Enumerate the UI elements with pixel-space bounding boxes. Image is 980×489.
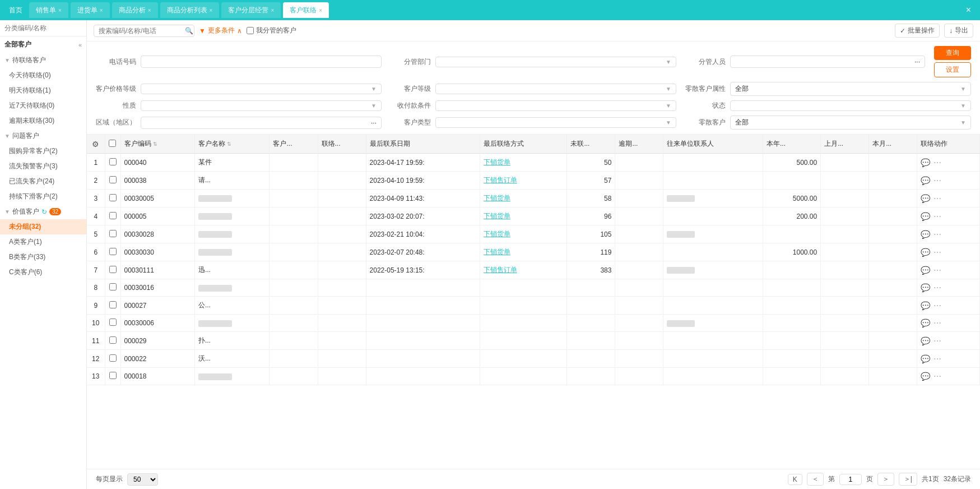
row-checkbox[interactable] <box>109 248 117 255</box>
last-page-button[interactable]: ＞| <box>899 473 917 486</box>
last-way-cell[interactable]: 下销售订单 <box>480 172 567 190</box>
manager-ellipsis[interactable]: ··· <box>730 56 925 68</box>
all-customers-header[interactable]: 全部客户 « <box>0 36 86 53</box>
row-checkbox[interactable] <box>109 158 117 165</box>
last-way-link[interactable]: 下销货单 <box>484 158 510 166</box>
tab-close-analysis-list[interactable]: × <box>210 7 213 13</box>
chat-icon[interactable]: 💬 <box>921 176 930 185</box>
next-page-button[interactable]: ＞ <box>877 473 894 486</box>
cust-type-select[interactable]: ▼ <box>435 117 676 128</box>
last-way-link[interactable]: 下销货单 <box>484 248 510 256</box>
last-way-cell[interactable] <box>480 315 567 332</box>
status-select[interactable]: ▼ <box>730 100 971 111</box>
more-action-icon[interactable]: ⋯ <box>933 176 941 185</box>
sidebar-item-tomorrow[interactable]: 明天待联络(1) <box>0 83 86 98</box>
row-check[interactable] <box>105 368 120 385</box>
chat-icon[interactable]: 💬 <box>921 230 930 239</box>
tab-customer-contact[interactable]: 客户联络 × <box>283 2 329 18</box>
my-customers-checkbox[interactable]: 我分管的客户 <box>247 26 296 35</box>
row-checkbox[interactable] <box>109 319 117 326</box>
name-sort-icon[interactable]: ⇅ <box>227 141 231 147</box>
last-way-cell[interactable]: 下销货单 <box>480 207 567 225</box>
chat-icon[interactable]: 💬 <box>921 158 930 167</box>
sidebar-group-pending[interactable]: ▼ 待联络客户 <box>0 53 86 68</box>
nature-select[interactable]: ▼ <box>141 100 382 111</box>
more-action-icon[interactable]: ⋯ <box>933 319 941 327</box>
tab-close-customer-tier[interactable]: × <box>271 7 274 13</box>
chat-icon[interactable]: 💬 <box>921 372 930 381</box>
more-action-icon[interactable]: ⋯ <box>933 266 941 275</box>
tab-analysis[interactable]: 商品分析 × <box>112 2 158 18</box>
tab-close-sales[interactable]: × <box>58 7 62 13</box>
row-checkbox[interactable] <box>109 301 117 308</box>
row-checkbox[interactable] <box>109 283 117 290</box>
chat-icon[interactable]: 💬 <box>921 194 930 203</box>
row-check[interactable] <box>105 243 120 261</box>
sidebar-group-problem[interactable]: ▼ 问题客户 <box>0 128 86 144</box>
batch-op-button[interactable]: ✓ 批量操作 <box>895 24 940 38</box>
chat-icon[interactable]: 💬 <box>921 354 930 363</box>
row-check[interactable] <box>105 261 120 279</box>
more-action-icon[interactable]: ⋯ <box>933 194 941 203</box>
more-action-icon[interactable]: ⋯ <box>933 372 941 381</box>
code-sort-icon[interactable]: ⇅ <box>153 141 157 147</box>
sidebar-item-type-b[interactable]: B类客户(33) <box>0 250 86 265</box>
last-way-cell[interactable]: 下销售订单 <box>480 261 567 279</box>
sidebar-item-7days[interactable]: 近7天待联络(0) <box>0 98 86 113</box>
row-checkbox[interactable] <box>109 212 117 219</box>
more-action-icon[interactable]: ⋯ <box>933 301 941 310</box>
settings-icon[interactable]: ⚙ <box>92 140 99 149</box>
row-check[interactable] <box>105 154 120 172</box>
price-level-select[interactable]: ▼ <box>141 84 382 94</box>
sidebar-item-type-a[interactable]: A类客户(1) <box>0 234 86 250</box>
row-check[interactable] <box>105 225 120 243</box>
row-check[interactable] <box>105 350 120 368</box>
col-settings-header[interactable]: ⚙ <box>87 135 105 154</box>
sidebar-item-type-c[interactable]: C类客户(6) <box>0 265 86 280</box>
more-action-icon[interactable]: ⋯ <box>933 158 941 167</box>
row-check[interactable] <box>105 279 120 297</box>
last-way-link[interactable]: 下销售订单 <box>484 266 517 274</box>
query-button[interactable]: 查询 <box>934 46 971 60</box>
row-checkbox[interactable] <box>109 336 117 344</box>
row-check[interactable] <box>105 172 120 190</box>
sidebar-group-value[interactable]: ▼ 价值客户 ↻ 32 <box>0 204 86 219</box>
window-close-button[interactable]: × <box>962 5 976 15</box>
prev-page-button[interactable]: ＜ <box>807 473 824 486</box>
sidebar-item-today[interactable]: 今天待联络(0) <box>0 68 86 83</box>
retail-select[interactable]: 全部 ▼ <box>730 116 971 130</box>
row-checkbox[interactable] <box>109 176 117 183</box>
more-conditions-btn[interactable]: ▼ 更多条件 ∧ <box>199 26 242 35</box>
last-way-cell[interactable]: 下销货单 <box>480 225 567 243</box>
last-way-cell[interactable] <box>480 368 567 385</box>
last-way-cell[interactable] <box>480 350 567 368</box>
row-checkbox[interactable] <box>109 194 117 201</box>
row-check[interactable] <box>105 315 120 332</box>
sidebar-item-churned[interactable]: 已流失客户(24) <box>0 174 86 189</box>
tab-close-analysis[interactable]: × <box>148 7 151 13</box>
sidebar-item-overdue[interactable]: 逾期未联络(30) <box>0 113 86 128</box>
sidebar-search-input[interactable] <box>4 24 87 32</box>
last-way-cell[interactable] <box>480 297 567 315</box>
last-way-cell[interactable] <box>480 332 567 350</box>
more-action-icon[interactable]: ⋯ <box>933 354 941 363</box>
cust-level-select[interactable]: ▼ <box>435 84 676 94</box>
row-check[interactable] <box>105 190 120 207</box>
home-tab[interactable]: 首页 <box>4 6 27 15</box>
first-page-button[interactable]: K <box>788 474 802 485</box>
tab-purchase[interactable]: 进货单 × <box>71 2 110 18</box>
row-checkbox[interactable] <box>109 354 117 362</box>
search-icon[interactable]: 🔍 <box>185 27 193 35</box>
tab-customer-tier[interactable]: 客户分层经营 × <box>221 2 281 18</box>
row-checkbox[interactable] <box>109 230 117 237</box>
sidebar-item-abnormal[interactable]: 囤购异常客户(2) <box>0 144 86 159</box>
row-check[interactable] <box>105 207 120 225</box>
more-action-icon[interactable]: ⋯ <box>933 336 941 345</box>
reset-button[interactable]: 设置 <box>934 62 971 77</box>
tab-close-purchase[interactable]: × <box>100 7 103 13</box>
last-way-cell[interactable]: 下销货单 <box>480 190 567 207</box>
my-customers-check[interactable] <box>247 27 254 34</box>
dept-select[interactable]: ▼ <box>435 57 676 67</box>
sidebar-item-ungrouped[interactable]: 未分组(32) <box>0 219 86 234</box>
refresh-icon[interactable]: ↻ <box>41 208 47 216</box>
